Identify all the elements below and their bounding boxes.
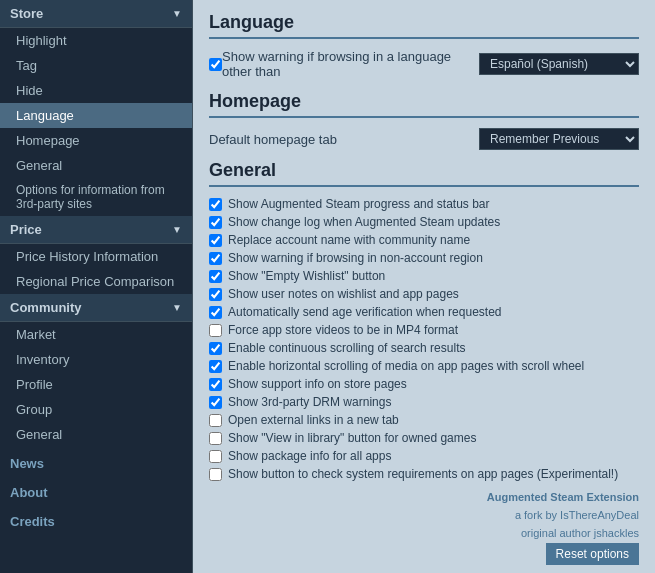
- sidebar-item-news[interactable]: News: [0, 451, 192, 476]
- language-warning-checkbox[interactable]: [209, 58, 222, 71]
- checkbox-label-8: Enable continuous scrolling of search re…: [228, 341, 465, 355]
- language-warning-label: Show warning if browsing in a language o…: [222, 49, 471, 79]
- checkbox-14[interactable]: [209, 450, 222, 463]
- checkbox-6[interactable]: [209, 306, 222, 319]
- footer-fork-text: a fork by IsThereAnyDeal: [209, 509, 639, 521]
- language-warning-row: Show warning if browsing in a language o…: [209, 49, 639, 79]
- checkbox-label-9: Enable horizontal scrolling of media on …: [228, 359, 584, 373]
- sidebar-item-general[interactable]: General: [0, 153, 192, 178]
- checkbox-4[interactable]: [209, 270, 222, 283]
- checkbox-label-2: Replace account name with community name: [228, 233, 470, 247]
- sidebar-section-community[interactable]: Community ▼: [0, 294, 192, 322]
- sidebar-item-regional-price[interactable]: Regional Price Comparison: [0, 269, 192, 294]
- sidebar-item-profile[interactable]: Profile: [0, 372, 192, 397]
- checkbox-label-5: Show user notes on wishlist and app page…: [228, 287, 459, 301]
- main-content: Language Show warning if browsing in a l…: [193, 0, 655, 573]
- checkbox-row-3: Show warning if browsing in non-account …: [209, 251, 639, 265]
- checkbox-row-6: Automatically send age verification when…: [209, 305, 639, 319]
- sidebar-section-community-label: Community: [10, 300, 82, 315]
- homepage-tab-row: Default homepage tab Remember Previous: [209, 128, 639, 150]
- sidebar-item-options-3rdparty[interactable]: Options for information from 3rd-party s…: [0, 178, 192, 216]
- sidebar-section-store[interactable]: Store ▼: [0, 0, 192, 28]
- checkbox-3[interactable]: [209, 252, 222, 265]
- sidebar-item-about[interactable]: About: [0, 480, 192, 505]
- checkbox-row-2: Replace account name with community name: [209, 233, 639, 247]
- checkbox-row-8: Enable continuous scrolling of search re…: [209, 341, 639, 355]
- checkbox-label-1: Show change log when Augmented Steam upd…: [228, 215, 500, 229]
- sidebar-item-language[interactable]: Language: [0, 103, 192, 128]
- checkbox-8[interactable]: [209, 342, 222, 355]
- checkbox-row-4: Show "Empty Wishlist" button: [209, 269, 639, 283]
- footer-author-text: original author jshackles: [209, 527, 639, 539]
- checkbox-label-3: Show warning if browsing in non-account …: [228, 251, 483, 265]
- checkbox-9[interactable]: [209, 360, 222, 373]
- checkbox-1[interactable]: [209, 216, 222, 229]
- footer: Augmented Steam Extension a fork by IsTh…: [209, 491, 639, 565]
- sidebar-item-group[interactable]: Group: [0, 397, 192, 422]
- sidebar-section-price-label: Price: [10, 222, 42, 237]
- checkbox-row-5: Show user notes on wishlist and app page…: [209, 287, 639, 301]
- checkbox-row-10: Show support info on store pages: [209, 377, 639, 391]
- checkbox-row-1: Show change log when Augmented Steam upd…: [209, 215, 639, 229]
- checkbox-2[interactable]: [209, 234, 222, 247]
- language-section-title: Language: [209, 12, 639, 39]
- checkbox-row-11: Show 3rd-party DRM warnings: [209, 395, 639, 409]
- checkbox-row-13: Show "View in library" button for owned …: [209, 431, 639, 445]
- checkbox-15[interactable]: [209, 468, 222, 481]
- sidebar-item-inventory[interactable]: Inventory: [0, 347, 192, 372]
- checkbox-label-7: Force app store videos to be in MP4 form…: [228, 323, 458, 337]
- checkbox-13[interactable]: [209, 432, 222, 445]
- checkbox-12[interactable]: [209, 414, 222, 427]
- sidebar-item-highlight[interactable]: Highlight: [0, 28, 192, 53]
- checkbox-7[interactable]: [209, 324, 222, 337]
- sidebar: Store ▼ Highlight Tag Hide Language Home…: [0, 0, 193, 573]
- checkbox-row-9: Enable horizontal scrolling of media on …: [209, 359, 639, 373]
- checkbox-label-11: Show 3rd-party DRM warnings: [228, 395, 391, 409]
- general-section-title: General: [209, 160, 639, 187]
- homepage-tab-select[interactable]: Remember Previous: [479, 128, 639, 150]
- sidebar-item-tag[interactable]: Tag: [0, 53, 192, 78]
- checkbox-label-15: Show button to check system requirements…: [228, 467, 618, 481]
- checkbox-label-12: Open external links in a new tab: [228, 413, 399, 427]
- language-select[interactable]: Español (Spanish): [479, 53, 639, 75]
- sidebar-item-hide[interactable]: Hide: [0, 78, 192, 103]
- checkbox-label-13: Show "View in library" button for owned …: [228, 431, 476, 445]
- store-chevron-icon: ▼: [172, 8, 182, 19]
- checkbox-label-0: Show Augmented Steam progress and status…: [228, 197, 490, 211]
- sidebar-item-market[interactable]: Market: [0, 322, 192, 347]
- sidebar-item-credits[interactable]: Credits: [0, 509, 192, 534]
- checkbox-11[interactable]: [209, 396, 222, 409]
- price-chevron-icon: ▼: [172, 224, 182, 235]
- checkbox-label-10: Show support info on store pages: [228, 377, 407, 391]
- sidebar-item-price-history[interactable]: Price History Information: [0, 244, 192, 269]
- sidebar-item-community-general[interactable]: General: [0, 422, 192, 447]
- checkbox-row-15: Show button to check system requirements…: [209, 467, 639, 481]
- checkbox-row-12: Open external links in a new tab: [209, 413, 639, 427]
- checkbox-label-14: Show package info for all apps: [228, 449, 391, 463]
- sidebar-item-homepage[interactable]: Homepage: [0, 128, 192, 153]
- reset-options-button[interactable]: Reset options: [546, 543, 639, 565]
- sidebar-section-price[interactable]: Price ▼: [0, 216, 192, 244]
- sidebar-section-store-label: Store: [10, 6, 43, 21]
- checkbox-row-7: Force app store videos to be in MP4 form…: [209, 323, 639, 337]
- homepage-section-title: Homepage: [209, 91, 639, 118]
- footer-extension-name: Augmented Steam Extension: [209, 491, 639, 503]
- checkbox-5[interactable]: [209, 288, 222, 301]
- checkbox-0[interactable]: [209, 198, 222, 211]
- community-chevron-icon: ▼: [172, 302, 182, 313]
- checkbox-row-14: Show package info for all apps: [209, 449, 639, 463]
- checkbox-label-4: Show "Empty Wishlist" button: [228, 269, 385, 283]
- checkbox-row-0: Show Augmented Steam progress and status…: [209, 197, 639, 211]
- checkbox-10[interactable]: [209, 378, 222, 391]
- checkbox-label-6: Automatically send age verification when…: [228, 305, 502, 319]
- homepage-tab-label: Default homepage tab: [209, 132, 337, 147]
